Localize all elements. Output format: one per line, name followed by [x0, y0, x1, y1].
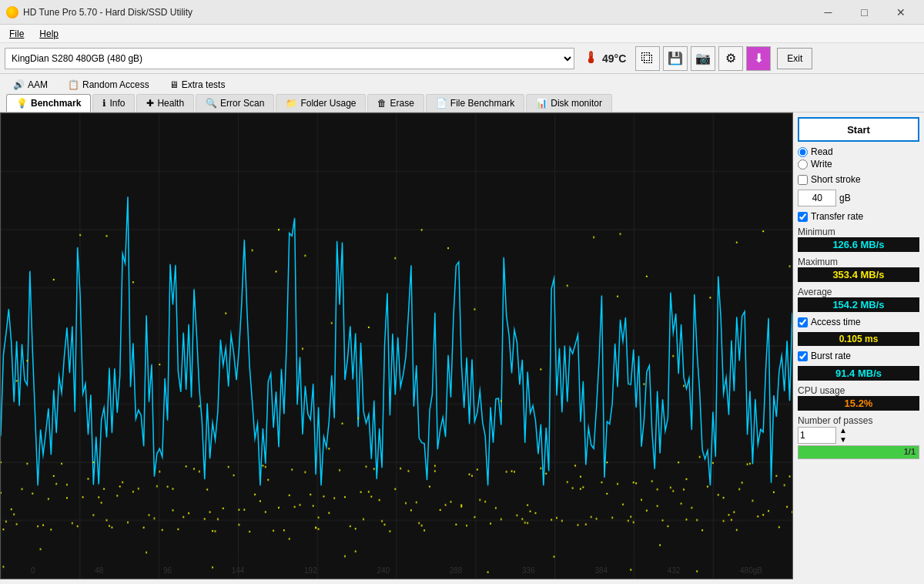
extra-tests-icon: 🖥 — [169, 79, 179, 90]
access-time-input[interactable] — [798, 317, 808, 327]
tab-file-benchmark[interactable]: 📄 File Benchmark — [426, 94, 524, 112]
start-button[interactable]: Start — [798, 117, 919, 142]
tab-error-scan[interactable]: 🔍 Error Scan — [196, 94, 274, 112]
short-stroke-unit: gB — [839, 193, 851, 203]
cpu-usage-value: 15.2% — [798, 396, 919, 411]
burst-rate-label: Burst rate — [811, 351, 851, 361]
health-icon: ✚ — [146, 98, 154, 109]
maximum-stat: Maximum 353.4 MB/s — [798, 257, 919, 282]
settings-icon-btn[interactable]: ⚙ — [718, 46, 743, 71]
benchmark-label: Benchmark — [31, 98, 81, 109]
passes-section: Number of passes ▲▼ 1/1 — [798, 415, 919, 459]
average-stat: Average 154.2 MB/s — [798, 287, 919, 312]
disk-monitor-icon: 📊 — [536, 98, 547, 109]
tab-top-extra-tests[interactable]: 🖥 Extra tests — [162, 77, 233, 92]
save-icon-btn[interactable]: 💾 — [663, 46, 688, 71]
transfer-rate-input[interactable] — [798, 212, 808, 222]
radio-write-input[interactable] — [798, 159, 808, 169]
maximize-button[interactable]: □ — [847, 3, 882, 22]
transfer-rate-checkbox[interactable]: Transfer rate — [798, 211, 919, 222]
radio-write-label: Write — [811, 159, 832, 169]
exit-button[interactable]: Exit — [777, 48, 812, 69]
tab-health[interactable]: ✚ Health — [136, 94, 194, 112]
temperature-icon: 🌡 — [584, 49, 599, 67]
passes-spinner-up[interactable]: ▲▼ — [839, 426, 847, 444]
short-stroke-checkbox[interactable]: Short stroke — [798, 174, 919, 185]
access-time-label: Access time — [811, 317, 861, 327]
toolbar-icons: ⿻ 💾 📷 ⚙ ⬇ — [635, 46, 771, 71]
burst-rate-checkbox[interactable]: Burst rate — [798, 351, 919, 361]
transfer-rate-label: Transfer rate — [811, 211, 863, 222]
access-time-value: 0.105 ms — [798, 332, 919, 346]
radio-read[interactable]: Read — [798, 146, 919, 157]
close-button[interactable]: ✕ — [883, 3, 918, 22]
minimum-label: Minimum — [798, 227, 835, 237]
short-stroke-spinner-row: gB — [798, 190, 919, 206]
x-axis: 0 48 96 144 192 240 288 336 384 432 480g… — [31, 566, 762, 575]
tabs-bottom-row: 💡 Benchmark ℹ Info ✚ Health 🔍 Error Scan… — [0, 92, 924, 112]
extra-tests-label: Extra tests — [182, 79, 226, 90]
right-panel: Start Read Write Short stroke gB Transfe… — [793, 112, 924, 579]
passes-input[interactable] — [798, 427, 836, 444]
short-stroke-input[interactable] — [798, 175, 808, 185]
tab-area: 🔊 AAM 📋 Random Access 🖥 Extra tests 💡 Be… — [0, 74, 924, 112]
radio-read-label: Read — [811, 146, 833, 157]
tab-top-random-access[interactable]: 📋 Random Access — [61, 77, 156, 92]
titlebar: HD Tune Pro 5.70 - Hard Disk/SSD Utility… — [0, 0, 924, 25]
progress-bar-fill — [798, 446, 919, 458]
disk-monitor-label: Disk monitor — [551, 98, 602, 109]
menu-file[interactable]: File — [6, 27, 27, 41]
tab-folder-usage[interactable]: 📁 Folder Usage — [276, 94, 366, 112]
tab-disk-monitor[interactable]: 📊 Disk monitor — [526, 94, 612, 112]
file-benchmark-label: File Benchmark — [450, 98, 514, 109]
erase-label: Erase — [390, 98, 413, 109]
menu-help[interactable]: Help — [36, 27, 62, 41]
health-label: Health — [157, 98, 184, 109]
benchmark-icon: 💡 — [16, 98, 28, 109]
minimum-stat: Minimum 126.6 MB/s — [798, 227, 919, 252]
radio-write[interactable]: Write — [798, 159, 919, 169]
access-time-checkbox[interactable]: Access time — [798, 317, 919, 327]
info-label: Info — [109, 98, 125, 109]
file-benchmark-icon: 📄 — [436, 98, 447, 109]
menubar: File Help — [0, 25, 924, 43]
tab-erase[interactable]: 🗑 Erase — [367, 94, 424, 112]
average-label: Average — [798, 287, 832, 297]
download-icon-btn[interactable]: ⬇ — [746, 46, 771, 71]
burst-rate-value: 91.4 MB/s — [798, 366, 919, 381]
cpu-usage-stat: CPU usage 15.2% — [798, 385, 919, 411]
cpu-usage-label: CPU usage — [798, 385, 845, 396]
tab-top-aam[interactable]: 🔊 AAM — [6, 77, 55, 92]
radio-read-input[interactable] — [798, 147, 808, 157]
maximum-label: Maximum — [798, 257, 838, 267]
screenshot-icon-btn[interactable]: 📷 — [691, 46, 715, 71]
titlebar-controls: ─ □ ✕ — [811, 3, 918, 22]
minimize-button[interactable]: ─ — [811, 3, 845, 22]
titlebar-title: HD Tune Pro 5.70 - Hard Disk/SSD Utility — [23, 7, 192, 18]
chart-container: MB/s 400 350 300 250 200 150 100 50 0 ms… — [0, 112, 793, 579]
disk-select[interactable]: KingDian S280 480GB (480 gB) — [5, 48, 574, 69]
copy-icon-btn[interactable]: ⿻ — [635, 46, 660, 71]
aam-label: AAM — [28, 79, 48, 90]
titlebar-left: HD Tune Pro 5.70 - Hard Disk/SSD Utility — [6, 6, 192, 18]
tabs-top-row: 🔊 AAM 📋 Random Access 🖥 Extra tests — [0, 74, 924, 92]
main-content: MB/s 400 350 300 250 200 150 100 50 0 ms… — [0, 112, 924, 579]
passes-row: ▲▼ — [798, 426, 919, 444]
tab-info[interactable]: ℹ Info — [92, 94, 135, 112]
progress-bar: 1/1 — [798, 445, 919, 459]
error-scan-label: Error Scan — [220, 98, 264, 109]
aam-icon: 🔊 — [13, 79, 25, 90]
app-icon — [6, 6, 18, 18]
short-stroke-value-input[interactable] — [798, 190, 836, 206]
random-access-label: Random Access — [82, 79, 149, 90]
toolbar: KingDian S280 480GB (480 gB) 🌡 49°C ⿻ 💾 … — [0, 43, 924, 74]
maximum-value: 353.4 MB/s — [798, 267, 919, 282]
error-scan-icon: 🔍 — [206, 98, 217, 109]
passes-label: Number of passes — [798, 415, 872, 426]
burst-rate-input[interactable] — [798, 351, 808, 361]
progress-label: 1/1 — [904, 447, 916, 456]
short-stroke-label: Short stroke — [811, 174, 861, 185]
info-icon: ℹ — [102, 98, 106, 109]
benchmark-chart — [0, 112, 793, 579]
tab-benchmark[interactable]: 💡 Benchmark — [6, 94, 91, 112]
